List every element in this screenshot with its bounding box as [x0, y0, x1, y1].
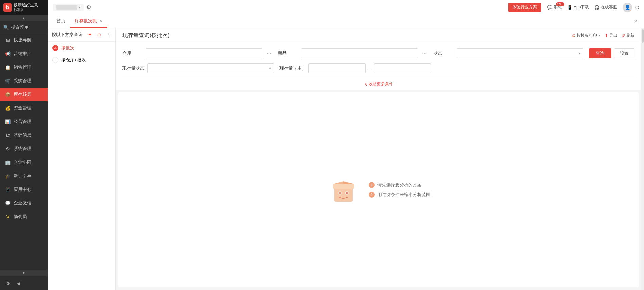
svg-marker-3 — [343, 181, 354, 184]
set-button[interactable]: 设置 — [614, 48, 634, 58]
base-icon: 🗂 — [5, 132, 11, 138]
online-service-button[interactable]: 🎧 在线客服 — [594, 4, 617, 10]
sidebar-item-operation[interactable]: 📊 经营管理 — [0, 115, 48, 128]
svg-point-6 — [339, 192, 341, 194]
topbar-brand[interactable]: ▾ — [53, 4, 84, 11]
refresh-button[interactable]: ↺ 刷新 — [622, 33, 634, 38]
right-panel: 现存量查询(按批次) 🖨 按模板打印 ▾ ⬆ 导出 ↺ 刷新 — [116, 28, 641, 290]
collapse-up-icon: ∧ — [364, 82, 367, 87]
sidebar-item-purchase[interactable]: 🛒 采购管理 — [0, 74, 48, 88]
topbar-settings-btn[interactable]: ⚙ — [86, 4, 91, 11]
right-scrollbar[interactable] — [641, 28, 644, 290]
page-header: 现存量查询(按批次) 🖨 按模板打印 ▾ ⬆ 导出 ↺ 刷新 — [116, 28, 641, 43]
app-logo: b — [3, 3, 12, 12]
sidebar-item-appstore[interactable]: 📱 应用中心 — [0, 183, 48, 196]
sidebar: b 畅康通好生意 标准版 ▲ 🔍 搜索菜单 ⊞ 快捷导航 📢 营销推广 📋 销售… — [0, 0, 48, 290]
add-scheme-button[interactable]: + — [87, 31, 94, 38]
sidebar-search[interactable]: 🔍 搜索菜单 — [0, 21, 48, 33]
sidebar-item-inventory[interactable]: 📦 库存核算 — [0, 88, 48, 101]
app-download-button[interactable]: 📱 App下载 — [567, 4, 589, 10]
status-dropdown-icon: ▾ — [578, 51, 580, 56]
sidebar-item-wechat[interactable]: 💬 企业微信 — [0, 196, 48, 210]
guide-icon: 🎓 — [5, 173, 11, 179]
empty-state: 1 请先选择要分析的方案 2 用过滤条件来缩小分析范围 — [118, 92, 639, 287]
enterprise-icon: 🏢 — [5, 159, 11, 165]
member-icon: V — [5, 214, 11, 220]
user-profile[interactable]: 👤 Rit — [623, 3, 639, 12]
print-dropdown-icon[interactable]: ▾ — [598, 33, 600, 38]
scheme-settings-button[interactable]: ⊙ — [96, 31, 102, 38]
empty-hints: 1 请先选择要分析的方案 2 用过滤条件来缩小分析范围 — [369, 182, 430, 198]
phone-icon: 📱 — [567, 5, 572, 10]
print-button[interactable]: 🖨 按模板打印 ▾ — [571, 33, 600, 38]
product-input[interactable] — [301, 48, 418, 58]
gear-icon: ⊙ — [97, 32, 101, 37]
svg-marker-2 — [333, 181, 343, 184]
scheme-item-batch[interactable]: ⊙ 按批次 — [48, 42, 115, 54]
collapse-bar[interactable]: ∧ 收起更多条件 — [122, 78, 634, 90]
stock-qty-from[interactable] — [308, 63, 366, 73]
close-panel-icon[interactable]: × — [631, 18, 640, 24]
status-filter: 状态 ▾ — [434, 48, 583, 58]
sidebar-item-finance[interactable]: 💰 资金管理 — [0, 101, 48, 115]
filter-actions: 查询 设置 — [589, 48, 634, 58]
export-button[interactable]: ⬆ 导出 — [605, 33, 617, 38]
sidebar-item-base[interactable]: 🗂 基础信息 — [0, 128, 48, 142]
stock-status-filter: 现存量状态 ▾ — [122, 63, 274, 73]
sidebar-item-quick-nav[interactable]: ⊞ 快捷导航 — [0, 33, 48, 47]
sidebar-scroll-up[interactable]: ▲ — [0, 15, 48, 21]
finance-icon: 💰 — [5, 105, 11, 111]
sidebar-item-member[interactable]: V 畅会员 — [0, 210, 48, 223]
avatar: 👤 — [623, 3, 632, 12]
stock-status-dropdown-icon: ▾ — [269, 66, 271, 71]
experience-button[interactable]: 体验行业方案 — [508, 3, 541, 12]
page-title: 现存量查询(按批次) — [122, 32, 170, 39]
sidebar-nav: ⊞ 快捷导航 📢 营销推广 📋 销售管理 🛒 采购管理 📦 库存核算 💰 资金管… — [0, 33, 48, 270]
topbar-actions: 💬 消息 99+ 📱 App下载 🎧 在线客服 👤 Rit — [547, 3, 639, 12]
product-dots[interactable]: ··· — [421, 50, 428, 56]
messages-button[interactable]: 💬 消息 99+ — [547, 4, 562, 10]
sidebar-item-marketing[interactable]: 📢 营销推广 — [0, 47, 48, 60]
app-subtitle: 标准版 — [14, 7, 38, 12]
sales-icon: 📋 — [5, 64, 11, 70]
footer-collapse-icon[interactable]: ◀ — [15, 280, 22, 287]
stock-qty-to[interactable] — [374, 63, 431, 73]
scroll-thumb — [642, 29, 644, 43]
stock-qty-label: 现存量（主） — [279, 65, 306, 71]
status-select[interactable]: ▾ — [457, 48, 583, 58]
appstore-icon: 📱 — [5, 186, 11, 193]
add-icon: + — [88, 32, 91, 38]
empty-illustration — [326, 173, 360, 207]
query-button[interactable]: 查询 — [589, 48, 611, 58]
purchase-icon: 🛒 — [5, 78, 11, 84]
topbar: ▾ ⚙ 体验行业方案 💬 消息 99+ 📱 App下载 🎧 在线客服 👤 — [48, 0, 644, 15]
svg-point-7 — [346, 192, 348, 194]
tab-inventory-batch[interactable]: 库存批次账 × — [70, 15, 107, 28]
sidebar-scroll-down[interactable]: ▼ — [0, 270, 48, 276]
collapse-panel-button[interactable]: 《 — [104, 31, 111, 38]
hint-2: 2 用过滤条件来缩小分析范围 — [369, 192, 430, 198]
warehouse-label: 仓库 — [122, 50, 143, 56]
topbar-brand-text — [56, 5, 77, 10]
app-title: 畅康通好生意 — [14, 3, 38, 7]
scheme-item-warehouse-batch[interactable]: ○ 按仓库+批次 — [48, 54, 115, 66]
product-label: 商品 — [278, 50, 298, 56]
sidebar-item-sales[interactable]: 📋 销售管理 — [0, 60, 48, 74]
product-filter: 商品 ··· — [278, 48, 428, 58]
left-panel-header: 按以下方案查询 + ⊙ 《 — [48, 28, 115, 42]
tabbar: 首页 库存批次账 × × — [48, 15, 644, 28]
stock-status-select[interactable]: ▾ — [147, 63, 274, 73]
inventory-icon: 📦 — [5, 91, 11, 97]
empty-svg — [326, 173, 360, 207]
topbar-dropdown-icon: ▾ — [78, 5, 80, 10]
hint-num-1: 1 — [369, 182, 375, 188]
topbar-settings-icon: ⚙ — [86, 4, 91, 10]
warehouse-dots[interactable]: ··· — [265, 50, 272, 56]
tab-close-icon[interactable]: × — [99, 19, 103, 23]
footer-settings-icon[interactable]: ⚙ — [5, 280, 12, 287]
sidebar-item-system[interactable]: ⚙ 系统管理 — [0, 142, 48, 156]
tab-home[interactable]: 首页 — [52, 15, 70, 28]
sidebar-item-enterprise[interactable]: 🏢 企业协同 — [0, 156, 48, 169]
sidebar-item-guide[interactable]: 🎓 新手引导 — [0, 169, 48, 183]
warehouse-input[interactable] — [146, 48, 262, 58]
